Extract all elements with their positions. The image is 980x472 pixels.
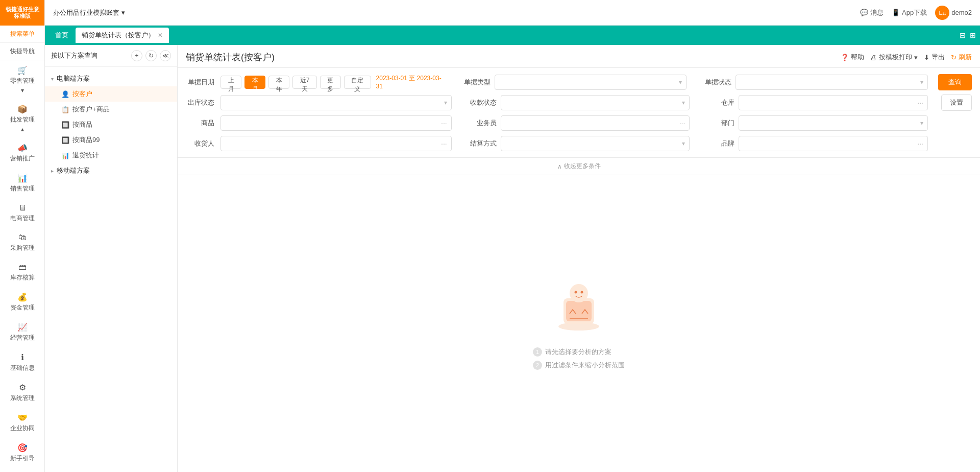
main-area: 办公用品行业模拟账套 ▾ 💬 消息 📱 App下载 Ea demo2 首页	[45, 0, 980, 472]
svg-point-4	[575, 291, 577, 293]
print-icon: 🖨	[870, 54, 877, 61]
customer-icon: 👤	[61, 90, 69, 98]
logo-sub: 标准版	[14, 13, 31, 19]
export-button[interactable]: ⬇ 导出	[924, 53, 945, 62]
date-filter: 上月 本月 本年 近7天 更多 自定义 2023-03-01 至 2023-03…	[220, 74, 446, 90]
sidebar-item-marketing[interactable]: 📣 营销推广	[0, 138, 44, 168]
warehouse-select[interactable]: ···	[739, 95, 928, 110]
sidebar-item-sales[interactable]: 📊 销售管理	[0, 168, 44, 198]
quick-nav[interactable]: 快捷导航	[0, 43, 44, 60]
refresh-icon: ↻	[951, 54, 957, 61]
scheme-item-by-customer-goods[interactable]: 📋 按客户+商品	[45, 102, 177, 117]
print-chevron: ▾	[914, 54, 918, 61]
tab-sales-stats[interactable]: 销货单统计表（按客户） ✕	[76, 28, 169, 43]
query-button[interactable]: 查询	[938, 74, 972, 90]
help-icon: ❓	[841, 54, 849, 61]
staff-select[interactable]: ···	[501, 115, 690, 131]
date-btn-last-month[interactable]: 上月	[220, 76, 241, 89]
date-btn-custom[interactable]: 自定义	[344, 76, 371, 89]
consignee-dots: ···	[441, 139, 447, 148]
sidebar-item-purchase[interactable]: 🛍 采购管理	[0, 228, 44, 257]
order-type-select[interactable]: ▾	[495, 75, 687, 90]
sidebar-item-wholesale[interactable]: 📦 批发管理 ▴	[0, 99, 44, 138]
sidebar-item-operations[interactable]: 📈 经营管理	[0, 317, 44, 347]
collab-icon: 🤝	[17, 413, 28, 422]
order-status-label: 单据状态	[703, 78, 731, 87]
date-btn-this-month[interactable]: 本月	[244, 76, 265, 89]
scheme-item-label: 按客户+商品	[72, 105, 110, 114]
settlement-select[interactable]: ▾	[501, 136, 690, 151]
sidebar-item-basics[interactable]: ℹ 基础信息	[0, 347, 44, 377]
scheme-header: 按以下方案查询 + ↻ ≪	[45, 45, 177, 67]
scheme-group-mobile-header[interactable]: ▸ 移动端方案	[45, 163, 177, 178]
hint-num-2: 2	[533, 361, 542, 370]
consignee-select[interactable]: ···	[220, 136, 452, 151]
empty-state: 1 请先选择要分析的方案 2 用过滤条件来缩小分析范围	[178, 175, 980, 472]
scheme-item-return-stats[interactable]: 📊 退货统计	[45, 148, 177, 163]
app-download-button[interactable]: 📱 App下载	[892, 8, 927, 17]
refresh-button[interactable]: ↻ 刷新	[951, 53, 972, 62]
scheme-add-button[interactable]: +	[131, 50, 142, 61]
group-label: 电脑端方案	[57, 74, 90, 83]
group-arrow-icon: ▾	[51, 76, 54, 82]
maximize-icon[interactable]: ⊞	[970, 31, 976, 39]
settings-button[interactable]: 设置	[941, 95, 972, 111]
sidebar-item-finance[interactable]: 💰 资金管理	[0, 287, 44, 317]
out-status-select[interactable]: ▾	[220, 95, 452, 110]
empty-hints: 1 请先选择要分析的方案 2 用过滤条件来缩小分析范围	[533, 347, 625, 370]
app-selector[interactable]: 办公用品行业模拟账套 ▾	[53, 8, 125, 17]
tab-home[interactable]: 首页	[49, 28, 75, 43]
logo-text: 畅捷通好生意	[6, 6, 39, 13]
scheme-refresh-button[interactable]: ↻	[145, 50, 157, 61]
consignee-label: 收货人	[186, 139, 214, 148]
basics-icon: ℹ	[21, 352, 24, 362]
scheme-item-by-goods[interactable]: 🔲 按商品	[45, 117, 177, 132]
scheme-item-label: 按商品	[72, 120, 92, 129]
sidebar-item-collab[interactable]: 🤝 企业协同	[0, 408, 44, 438]
filter-row-1: 单据日期 上月 本月 本年 近7天 更多 自定义 2023-03-01 至 20…	[186, 74, 928, 90]
user-info[interactable]: Ea demo2	[935, 6, 972, 20]
top-header: 办公用品行业模拟账套 ▾ 💬 消息 📱 App下载 Ea demo2	[45, 0, 980, 26]
dept-chevron: ▾	[920, 120, 923, 127]
order-status-chevron: ▾	[920, 79, 923, 86]
date-btn-this-year[interactable]: 本年	[268, 76, 289, 89]
return-icon: 📊	[61, 152, 69, 159]
minimize-icon[interactable]: ⊟	[960, 31, 966, 39]
brand-select[interactable]: ···	[739, 136, 928, 151]
empty-hint-1: 1 请先选择要分析的方案	[533, 347, 625, 357]
sidebar-item-apps[interactable]: 🔲 应用中心	[0, 468, 44, 472]
order-status-select[interactable]: ▾	[736, 75, 928, 90]
scheme-group-mobile: ▸ 移动端方案	[45, 163, 177, 178]
help-button[interactable]: ❓ 帮助	[841, 53, 864, 62]
receipt-status-select[interactable]: ▾	[501, 95, 690, 110]
tab-sales-stats-label: 销货单统计表（按客户）	[82, 31, 155, 40]
date-btn-more[interactable]: 更多	[320, 76, 341, 89]
goods-dots: ···	[441, 119, 447, 127]
sidebar-item-ecommerce[interactable]: 🖥 电商管理	[0, 198, 44, 228]
download-icon: 📱	[892, 9, 900, 16]
tab-bar: 首页 销货单统计表（按客户） ✕ ⊟ ⊞	[45, 26, 980, 45]
scheme-collapse-button[interactable]: ≪	[160, 50, 171, 61]
collapse-bar[interactable]: ∧ 收起更多条件	[178, 158, 980, 175]
search-menu[interactable]: 搜索菜单	[0, 26, 44, 43]
sidebar-item-system[interactable]: ⚙ 系统管理	[0, 377, 44, 408]
message-button[interactable]: 💬 消息	[860, 8, 884, 17]
sidebar-item-inventory[interactable]: 🗃 库存核算	[0, 257, 44, 287]
scheme-item-by-customer[interactable]: 👤 按客户	[45, 86, 177, 102]
filter-row-4: 收货人 ··· 结算方式 ▾	[186, 136, 928, 151]
sidebar-item-retail[interactable]: 🛒 零售管理 ▾	[0, 60, 44, 99]
tab-close-icon[interactable]: ✕	[158, 32, 163, 39]
dept-select[interactable]: ▾	[739, 115, 928, 131]
date-btn-7days[interactable]: 近7天	[292, 76, 317, 89]
order-type-label: 单据类型	[462, 78, 491, 87]
scheme-item-by-goods99[interactable]: 🔲 按商品99	[45, 132, 177, 148]
goods99-icon: 🔲	[61, 136, 69, 144]
customer-goods-icon: 📋	[61, 106, 69, 113]
goods-select[interactable]: ···	[220, 115, 452, 131]
receipt-status-chevron: ▾	[682, 99, 685, 106]
scheme-group-desktop-header[interactable]: ▾ 电脑端方案	[45, 71, 177, 86]
sidebar-item-guide[interactable]: 🎯 新手引导	[0, 438, 44, 468]
template-print-button[interactable]: 🖨 按模板打印 ▾	[870, 53, 918, 62]
svg-rect-2	[566, 301, 592, 321]
finance-icon: 💰	[17, 292, 28, 302]
